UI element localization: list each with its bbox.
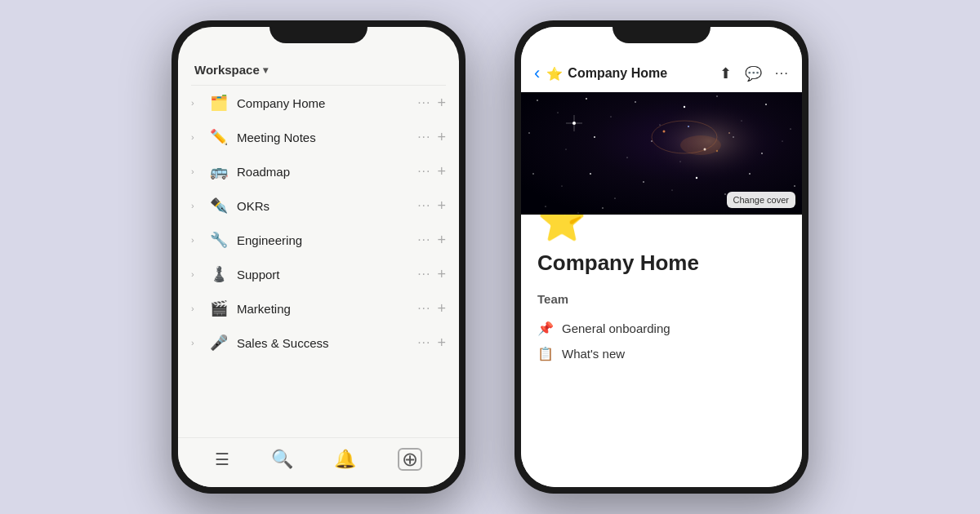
bell-icon[interactable]: 🔔 <box>334 449 356 470</box>
svg-point-29 <box>696 177 697 179</box>
dots-icon[interactable]: ··· <box>417 267 430 281</box>
sidebar-item-marketing[interactable]: › 🎬 Marketing ··· + <box>181 291 456 326</box>
plus-icon[interactable]: + <box>437 232 446 249</box>
sidebar-item-support[interactable]: › ♟️ Support ··· + <box>181 257 456 291</box>
svg-point-14 <box>566 149 567 150</box>
svg-point-28 <box>672 190 673 191</box>
marketing-label: Marketing <box>237 302 417 316</box>
whats-new-icon: 📋 <box>537 346 554 361</box>
dots-icon[interactable]: ··· <box>417 95 430 110</box>
svg-point-45 <box>728 132 730 134</box>
roadmap-actions: ··· + <box>417 163 446 180</box>
sidebar-item-engineering[interactable]: › 🔧 Engineering ··· + <box>181 223 456 257</box>
page-header-title: Company Home <box>568 66 667 81</box>
dots-icon[interactable]: ··· <box>417 198 430 213</box>
svg-point-30 <box>724 193 725 194</box>
screen-left: Workspace ▾ › 🗂️ Company Home ··· + <box>178 27 459 487</box>
svg-point-13 <box>528 132 529 133</box>
company-home-actions: ··· + <box>417 95 446 112</box>
chevron-icon: › <box>191 269 203 279</box>
chevron-icon: › <box>191 304 203 313</box>
chevron-icon: › <box>191 98 203 108</box>
back-button[interactable]: ‹ <box>534 63 540 84</box>
svg-point-7 <box>660 125 661 126</box>
company-home-icon: 🗂️ <box>209 94 229 112</box>
plus-icon[interactable]: + <box>437 335 446 352</box>
svg-point-27 <box>643 181 644 183</box>
roadmap-icon: 🚌 <box>209 162 229 180</box>
chevron-icon: › <box>191 166 203 176</box>
sidebar-items-list: › 🗂️ Company Home ··· + › ✏️ Meeting Not… <box>178 86 459 437</box>
svg-point-16 <box>626 157 627 157</box>
dots-icon[interactable]: ··· <box>417 301 430 316</box>
plus-icon[interactable]: + <box>437 129 446 146</box>
svg-point-6 <box>635 101 636 103</box>
sidebar-item-okrs[interactable]: › ✒️ OKRs ··· + <box>181 188 456 223</box>
svg-point-36 <box>602 207 603 208</box>
svg-point-15 <box>594 136 595 138</box>
page-content: ⭐ Company Home Team 📌 General onboarding… <box>521 215 802 487</box>
dots-icon[interactable]: ··· <box>417 164 430 179</box>
page-title-main: Company Home <box>537 250 786 276</box>
change-cover-button[interactable]: Change cover <box>727 192 796 208</box>
phone-right: ‹ ⭐ Company Home ⬆ 💬 ··· <box>514 20 808 494</box>
page-title-area: ⭐ Company Home <box>546 66 713 82</box>
sidebar-item-roadmap[interactable]: › 🚌 Roadmap ··· + <box>181 154 456 188</box>
roadmap-label: Roadmap <box>237 165 417 179</box>
marketing-actions: ··· + <box>417 300 446 317</box>
right-content: ‹ ⭐ Company Home ⬆ 💬 ··· <box>521 27 802 487</box>
plus-icon[interactable]: + <box>437 300 446 317</box>
comment-icon[interactable]: 💬 <box>745 65 762 82</box>
svg-point-5 <box>610 116 611 117</box>
engineering-actions: ··· + <box>417 232 446 249</box>
svg-point-2 <box>537 100 538 101</box>
phones-container: Workspace ▾ › 🗂️ Company Home ··· + <box>0 0 980 514</box>
screen-right: ‹ ⭐ Company Home ⬆ 💬 ··· <box>521 27 802 487</box>
okrs-label: OKRs <box>237 199 417 213</box>
sidebar-item-company-home[interactable]: › 🗂️ Company Home ··· + <box>181 86 456 120</box>
svg-point-12 <box>790 128 791 129</box>
svg-point-35 <box>578 213 579 214</box>
sales-icon: 🎤 <box>209 334 229 352</box>
svg-point-4 <box>586 98 587 100</box>
dots-icon[interactable]: ··· <box>417 130 430 144</box>
general-onboarding-label: General onboarding <box>562 321 670 335</box>
plus-icon[interactable]: + <box>437 163 446 180</box>
bottom-bar: ☰ 🔍 🔔 ⊕ <box>178 437 459 487</box>
sales-actions: ··· + <box>417 335 446 352</box>
page-link-whats-new[interactable]: 📋 What's new <box>537 341 786 366</box>
title-star-icon: ⭐ <box>546 66 563 82</box>
sales-label: Sales & Success <box>237 336 417 350</box>
section-heading: Team <box>537 292 786 306</box>
header-actions: ⬆ 💬 ··· <box>719 64 789 82</box>
svg-point-9 <box>716 95 717 96</box>
svg-point-41 <box>680 135 721 155</box>
sidebar-item-meeting-notes[interactable]: › ✏️ Meeting Notes ··· + <box>181 120 456 154</box>
plus-icon[interactable]: + <box>437 266 446 283</box>
chevron-icon: › <box>191 235 203 245</box>
dots-icon[interactable]: ··· <box>417 335 430 350</box>
svg-point-11 <box>765 104 767 105</box>
left-content: Workspace ▾ › 🗂️ Company Home ··· + <box>178 27 459 487</box>
okrs-icon: ✒️ <box>209 197 229 215</box>
compose-icon[interactable]: ⊕ <box>398 448 422 471</box>
svg-point-44 <box>688 126 689 127</box>
more-icon[interactable]: ··· <box>775 65 789 82</box>
plus-icon[interactable]: + <box>437 197 446 215</box>
share-icon[interactable]: ⬆ <box>719 64 732 82</box>
meeting-notes-label: Meeting Notes <box>237 131 417 144</box>
search-icon[interactable]: 🔍 <box>271 449 293 470</box>
page-link-general-onboarding[interactable]: 📌 General onboarding <box>537 316 786 341</box>
marketing-icon: 🎬 <box>209 299 229 317</box>
svg-point-24 <box>562 186 563 187</box>
svg-point-18 <box>680 162 681 162</box>
company-home-label: Company Home <box>237 96 417 110</box>
list-icon[interactable]: ☰ <box>215 450 229 469</box>
support-label: Support <box>237 268 417 281</box>
svg-point-31 <box>749 173 751 175</box>
plus-icon[interactable]: + <box>437 95 446 112</box>
notch-left <box>270 20 368 43</box>
sidebar-item-sales-success[interactable]: › 🎤 Sales & Success ··· + <box>181 326 456 360</box>
support-actions: ··· + <box>417 266 446 283</box>
dots-icon[interactable]: ··· <box>417 233 430 247</box>
